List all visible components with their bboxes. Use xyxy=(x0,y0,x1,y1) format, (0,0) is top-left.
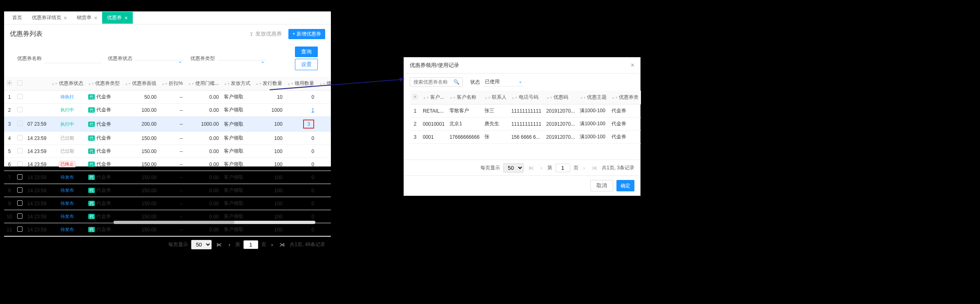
cell-use: 0 xyxy=(317,197,331,210)
col-customer-code[interactable]: ▲▼客户... xyxy=(420,91,447,104)
row-checkbox[interactable] xyxy=(15,223,25,236)
table-row[interactable]: 7 14 23:59 待发布 代代金券 150.00 -- 0.00 客户领取 … xyxy=(4,171,331,184)
col-gear[interactable] xyxy=(4,77,15,91)
cell-coupon-type: 代金券 xyxy=(609,131,641,144)
svg-point-1 xyxy=(414,96,416,98)
table-row[interactable]: 3 07 23:59 执行中 代代金券 200.00 -- 1000.00 客户… xyxy=(4,117,331,132)
row-number: 7 xyxy=(4,171,15,184)
page-input[interactable] xyxy=(243,240,258,249)
cancel-button[interactable]: 取消 xyxy=(590,180,613,191)
page-last-button[interactable]: ⋊ xyxy=(278,242,286,248)
col-contact[interactable]: ▲▼联系人 xyxy=(482,91,509,104)
page-first-button[interactable]: ⋉ xyxy=(215,242,223,248)
page-first-button[interactable]: ⋉ xyxy=(527,165,536,171)
table-row[interactable]: 4 14 23:59 已过期 代代金券 150.00 -- 0.00 客户领取 … xyxy=(4,132,331,145)
row-number: 1 xyxy=(4,91,15,104)
row-number: 9 xyxy=(4,197,15,210)
col-check[interactable] xyxy=(15,77,25,91)
close-icon[interactable]: × xyxy=(94,15,97,21)
col-issue[interactable]: ▲▼发行数量 xyxy=(253,77,285,91)
row-number: 2 xyxy=(410,118,420,131)
cell-status: 待发布 xyxy=(49,197,86,210)
col-method[interactable]: ▲▼发放方式 xyxy=(221,77,253,91)
table-row[interactable]: 6 14 23:59 已终止 代代金券 150.00 -- 0.00 客户领取 … xyxy=(4,158,331,171)
search-icon[interactable]: 🔍 xyxy=(453,79,460,85)
table-row[interactable]: 2 00010001 北京1 唐先生 11111111111 201912070… xyxy=(410,118,641,131)
row-checkbox[interactable] xyxy=(15,210,25,223)
close-icon[interactable]: × xyxy=(631,62,634,69)
table-row[interactable]: 8 14 23:59 待发布 代代金券 150.00 -- 0.00 客户领取 … xyxy=(4,184,331,197)
table-row[interactable]: 1 待执行 代代金券 50.00 -- 0.00 客户领取 10 0 0 ⇱ xyxy=(4,91,331,104)
tab-home[interactable]: 首页 xyxy=(7,12,27,24)
col-phone[interactable]: ▲▼电话号码 xyxy=(509,91,544,104)
col-discount[interactable]: ▲▼折扣% xyxy=(159,77,185,91)
coupon-status-select[interactable]: ⌄ xyxy=(135,57,184,60)
row-checkbox[interactable] xyxy=(15,184,25,197)
row-checkbox[interactable] xyxy=(15,197,25,210)
col-coupon-type[interactable]: ▲▼优惠券类 xyxy=(609,91,641,104)
scrollbar-thumb[interactable] xyxy=(114,221,234,224)
row-checkbox[interactable] xyxy=(15,158,25,171)
page-last-button[interactable]: ⋊ xyxy=(590,165,598,171)
table-row[interactable]: 5 14 23:59 已过期 代代金券 150.00 -- 0.00 客户领取 … xyxy=(4,145,331,158)
per-page-select[interactable]: 50 xyxy=(503,163,524,173)
cell-coupon-code: 201912070... xyxy=(544,131,577,144)
col-threshold[interactable]: ▲▼使用门槛... xyxy=(185,77,221,91)
close-icon[interactable]: × xyxy=(124,15,127,21)
row-number: 10 xyxy=(4,210,15,223)
table-row[interactable]: 1 RETAIL... 零散客户 张三 11111111111 20191207… xyxy=(410,104,641,118)
col-subject[interactable]: ▲▼优惠主题 xyxy=(577,91,609,104)
row-number: 5 xyxy=(4,145,15,158)
status-tag: 已过期 xyxy=(59,148,75,154)
row-checkbox[interactable] xyxy=(15,117,25,132)
horizontal-scrollbar[interactable] xyxy=(114,221,315,224)
page-summary: 共1页, 3条记录 xyxy=(602,164,634,171)
row-checkbox[interactable] xyxy=(15,132,25,145)
tab-coupons[interactable]: 优惠券× xyxy=(102,12,132,24)
row-checkbox[interactable] xyxy=(15,104,25,117)
col-label: 发放方式 xyxy=(231,80,250,86)
dispatch-button[interactable]: ⇪发放优惠券 xyxy=(246,29,285,39)
page-prev-button[interactable]: ‹ xyxy=(539,165,544,171)
type-badge: 代 xyxy=(88,135,95,141)
page-next-button[interactable]: › xyxy=(582,165,587,171)
ok-button[interactable]: 确定 xyxy=(616,180,634,191)
col-face[interactable]: ▲▼优惠券面值 xyxy=(122,77,159,91)
table-row[interactable]: 3 0001 17666666666 张 156 6666 6... 20191… xyxy=(410,131,641,144)
table-row[interactable]: 9 14 23:59 待发布 代代金券 150.00 -- 0.00 客户领取 … xyxy=(4,197,331,210)
cell-threshold: 1000.00 xyxy=(185,117,221,132)
page-prev-button[interactable]: ‹ xyxy=(227,242,232,248)
coupon-name-input[interactable] xyxy=(44,53,101,63)
coupon-type-select[interactable]: ⌄ xyxy=(217,57,266,60)
tab-detail[interactable]: 优惠券详情页× xyxy=(27,12,72,24)
col-receive[interactable]: ▲▼领用数量 xyxy=(285,77,317,91)
row-checkbox[interactable] xyxy=(15,145,25,158)
col-use[interactable]: ▲▼使用数量 xyxy=(317,77,331,91)
page-input[interactable] xyxy=(556,164,570,172)
add-coupon-button[interactable]: + 新增优惠券 xyxy=(288,29,325,39)
receive-count-link[interactable]: 1 xyxy=(311,107,314,113)
table-row[interactable]: 11 14 23:59 待发布 代代金券 150.00 -- 0.00 客户领取… xyxy=(4,223,331,236)
status-select[interactable]: 已使用⌄ xyxy=(483,78,524,87)
tab-label: 首页 xyxy=(12,14,22,21)
table-row[interactable]: 2 执行中 代代金券 100.00 -- 0.00 客户领取 1000 1 0 … xyxy=(4,104,331,117)
tab-sales[interactable]: 销货单× xyxy=(72,12,102,24)
col-status[interactable]: ▲▼优惠券状态 xyxy=(49,77,86,91)
cell-contact: 张 xyxy=(482,131,509,144)
per-page-select[interactable]: 50 xyxy=(191,240,212,249)
row-checkbox[interactable] xyxy=(15,91,25,104)
col-type[interactable]: ▲▼优惠券类型 xyxy=(86,77,123,91)
row-checkbox[interactable] xyxy=(15,171,25,184)
receive-count-highlighted[interactable]: 3 xyxy=(303,120,314,129)
col-gear[interactable] xyxy=(410,91,420,104)
settings-button[interactable]: 设置 xyxy=(295,59,318,70)
page-next-button[interactable]: › xyxy=(270,242,275,248)
query-button[interactable]: 查询 xyxy=(295,47,318,57)
search-input[interactable] xyxy=(413,79,450,85)
col-customer-name[interactable]: ▲▼客户名称 xyxy=(447,91,482,104)
col-coupon-code[interactable]: ▲▼优惠码 xyxy=(544,91,577,104)
type-badge: 代 xyxy=(88,188,95,193)
search-box[interactable]: 🔍 xyxy=(410,78,463,87)
modal-footer: 取消 确定 xyxy=(404,175,640,195)
close-icon[interactable]: × xyxy=(64,15,67,21)
